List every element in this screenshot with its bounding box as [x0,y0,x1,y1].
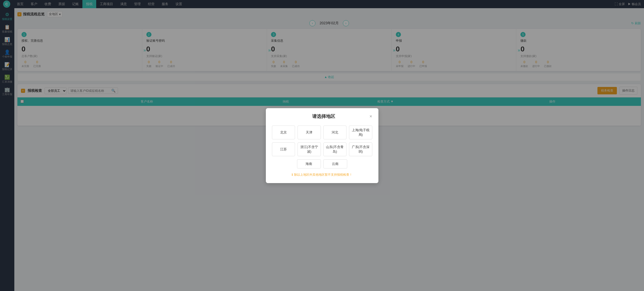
region-btn-zhejiang[interactable]: 浙江(不含宁波) [298,142,321,156]
region-select-modal: 请选择地区 × 北京 天津 河北 上海(电子税局) 江苏 浙江(不含宁波) 山东… [266,108,378,183]
region-btn-shandong[interactable]: 山东(不含青岛) [323,142,347,156]
modal-overlay[interactable]: 请选择地区 × 北京 天津 河北 上海(电子税局) 江苏 浙江(不含宁波) 山东… [0,0,644,291]
region-btn-hainan[interactable]: 海南 [297,159,321,169]
region-grid-row2: 江苏 浙江(不含宁波) 山东(不含青岛) 广东(不含深圳) [272,142,372,156]
region-btn-beijing[interactable]: 北京 [272,126,295,139]
region-btn-tianjin[interactable]: 天津 [298,126,321,139]
modal-header: 请选择地区 × [266,108,378,124]
warning-icon: ℹ [292,173,293,176]
region-grid-row3: 海南 云南 [272,159,372,169]
warning-text: 除以上地区外其他地区暂不支持报税检查！ [294,173,352,177]
region-grid-row1: 北京 天津 河北 上海(电子税局) [272,126,372,139]
region-btn-shanghai[interactable]: 上海(电子税局) [349,126,372,139]
region-btn-yunnan[interactable]: 云南 [323,159,347,169]
region-btn-guangdong[interactable]: 广东(不含深圳) [349,142,372,156]
modal-title: 请选择地区 [278,113,369,119]
modal-body: 北京 天津 河北 上海(电子税局) 江苏 浙江(不含宁波) 山东(不含青岛) 广… [266,124,378,183]
region-btn-hebei[interactable]: 河北 [323,126,347,139]
modal-close-btn[interactable]: × [369,114,372,119]
modal-warning: ℹ 除以上地区外其他地区暂不支持报税检查！ [272,173,372,177]
region-btn-jiangsu[interactable]: 江苏 [272,142,295,156]
